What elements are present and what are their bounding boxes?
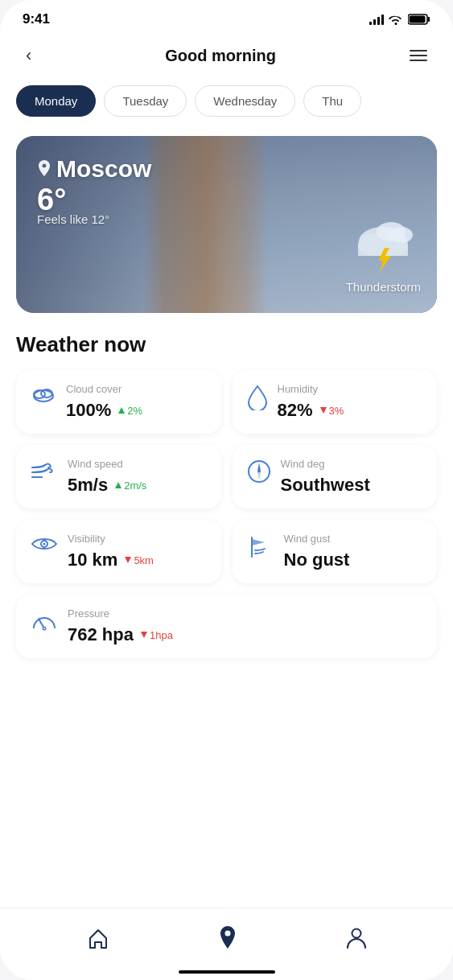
thunderstorm-icon bbox=[347, 217, 419, 272]
svg-marker-22 bbox=[125, 557, 131, 563]
status-bar: 9:41 bbox=[0, 0, 453, 32]
header: ‹ Good morning bbox=[0, 32, 453, 79]
wifi-icon bbox=[389, 14, 403, 25]
nav-location[interactable] bbox=[202, 920, 253, 957]
svg-marker-28 bbox=[141, 632, 147, 638]
svg-point-30 bbox=[352, 929, 360, 937]
svg-rect-1 bbox=[428, 17, 430, 22]
wind-deg-card: Wind deg Southwest bbox=[233, 445, 438, 509]
visibility-delta: 5km bbox=[124, 554, 154, 566]
svg-marker-18 bbox=[257, 463, 261, 471]
home-indicator bbox=[179, 970, 275, 974]
wind-speed-card: Wind speed 5m/s 2m/s bbox=[16, 445, 221, 509]
cloud-cover-delta: 2% bbox=[117, 405, 142, 417]
pin-icon bbox=[218, 926, 237, 950]
pressure-label: Pressure bbox=[68, 607, 422, 620]
person-icon bbox=[346, 927, 367, 949]
svg-line-26 bbox=[39, 619, 44, 628]
svg-marker-19 bbox=[257, 472, 261, 480]
tab-wednesday[interactable]: Wednesday bbox=[195, 85, 295, 117]
humidity-delta: 3% bbox=[319, 405, 344, 417]
wind-speed-value: 5m/s bbox=[68, 475, 108, 496]
humidity-value: 82% bbox=[278, 400, 313, 421]
cloud-cover-label: Cloud cover bbox=[66, 383, 207, 395]
back-button[interactable]: ‹ bbox=[19, 42, 38, 69]
svg-rect-2 bbox=[410, 16, 426, 23]
page-title: Good morning bbox=[165, 47, 276, 65]
weather-grid: Cloud cover 100% 2% bbox=[0, 370, 453, 658]
humidity-label: Humidity bbox=[278, 383, 423, 395]
wind-gust-value: No gust bbox=[284, 550, 350, 570]
wind-gust-label: Wind gust bbox=[284, 533, 423, 545]
visibility-value: 10 km bbox=[68, 550, 117, 570]
svg-point-27 bbox=[43, 628, 45, 629]
tab-thursday[interactable]: Thu bbox=[303, 85, 361, 117]
cloud-icon bbox=[31, 385, 56, 407]
svg-marker-13 bbox=[118, 407, 125, 414]
weather-hero-card: Moscow 6° Feels like 12° bbox=[16, 136, 437, 313]
svg-marker-14 bbox=[320, 407, 327, 414]
humidity-card: Humidity 82% 3% bbox=[233, 370, 438, 434]
condition-text: Thunderstorm bbox=[346, 280, 421, 294]
wind-flag-icon bbox=[247, 534, 274, 562]
compass-icon bbox=[247, 459, 271, 487]
pressure-delta: 1hpa bbox=[140, 629, 173, 641]
drop-icon bbox=[247, 385, 268, 414]
status-icons bbox=[369, 14, 430, 25]
signal-icon bbox=[369, 14, 384, 25]
svg-point-8 bbox=[390, 227, 413, 243]
bottom-nav bbox=[0, 908, 453, 980]
visibility-label: Visibility bbox=[68, 533, 207, 545]
nav-profile[interactable] bbox=[330, 920, 383, 956]
wind-deg-value: Southwest bbox=[281, 475, 370, 496]
tab-tuesday[interactable]: Tuesday bbox=[104, 85, 187, 117]
pressure-card: Pressure 762 hpa 1hpa bbox=[16, 595, 437, 658]
section-title: Weather now bbox=[0, 332, 453, 370]
weather-city: Moscow bbox=[37, 155, 416, 183]
cloud-cover-card: Cloud cover 100% 2% bbox=[16, 370, 221, 434]
weather-condition: Thunderstorm bbox=[346, 217, 421, 294]
location-pin-icon bbox=[37, 160, 51, 178]
wind-icon bbox=[31, 459, 58, 485]
gauge-icon bbox=[31, 609, 58, 636]
visibility-card: Visibility 10 km 5km bbox=[16, 520, 221, 583]
cloud-cover-value: 100% bbox=[66, 400, 111, 421]
wind-deg-label: Wind deg bbox=[281, 458, 423, 470]
day-tabs: Monday Tuesday Wednesday Thu bbox=[0, 79, 453, 130]
pressure-value: 762 hpa bbox=[68, 624, 134, 645]
eye-icon bbox=[31, 534, 58, 557]
status-time: 9:41 bbox=[23, 11, 50, 27]
nav-home[interactable] bbox=[71, 920, 126, 956]
tab-monday[interactable]: Monday bbox=[16, 85, 96, 117]
svg-marker-24 bbox=[252, 539, 265, 546]
wind-speed-label: Wind speed bbox=[68, 458, 207, 470]
city-name: Moscow bbox=[56, 155, 151, 183]
svg-point-29 bbox=[225, 931, 230, 936]
svg-point-21 bbox=[43, 543, 46, 546]
battery-icon bbox=[408, 14, 430, 25]
menu-button[interactable] bbox=[403, 47, 434, 64]
house-icon bbox=[87, 927, 109, 949]
wind-gust-card: Wind gust No gust bbox=[233, 520, 438, 583]
wind-speed-delta: 2m/s bbox=[114, 480, 146, 492]
svg-marker-15 bbox=[115, 482, 121, 488]
